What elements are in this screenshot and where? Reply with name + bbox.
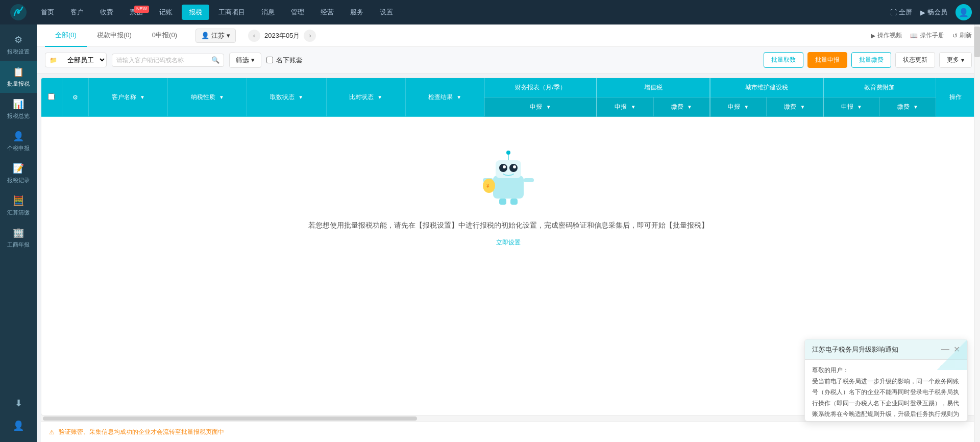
nav-accounting[interactable]: 记账 <box>152 5 180 20</box>
video-icon: ▶ <box>871 32 875 39</box>
select-all-checkbox[interactable] <box>48 93 55 100</box>
th-city-pay[interactable]: 缴费 ▼ <box>767 97 823 117</box>
bottom-message: 验证账密、采集信息均成功的企业才会流转至批量报税页面中 <box>59 428 224 436</box>
th-added-pay[interactable]: 缴费 ▼ <box>653 97 710 117</box>
nav-tax[interactable]: 报税 <box>182 5 209 20</box>
nav-message[interactable]: 消息 <box>254 5 282 20</box>
nav-client[interactable]: 客户 <box>63 5 91 20</box>
nav-business[interactable]: 工商项目 <box>211 5 252 20</box>
th-edu-declare[interactable]: 申报 ▼ <box>823 97 880 117</box>
svg-rect-14 <box>499 199 506 205</box>
refresh-icon: ↺ <box>952 32 958 39</box>
sub-account-checkbox[interactable] <box>266 57 273 63</box>
svg-rect-11 <box>524 178 534 182</box>
search-input[interactable] <box>116 54 208 66</box>
th-client-name[interactable]: 客户名称 ▼ <box>89 78 168 117</box>
tax-record-icon: 📝 <box>12 162 24 175</box>
date-prev-button[interactable]: ‹ <box>248 30 260 42</box>
region-selector[interactable]: 👤 江苏 ▾ <box>195 29 236 43</box>
chevron-down-icon: ▾ <box>227 32 230 39</box>
nav-invoice[interactable]: 票据 NEW <box>122 5 150 20</box>
city-pay-sort: ▼ <box>800 104 805 110</box>
sidebar-download[interactable]: ⬇ <box>0 393 37 413</box>
sidebar-item-geshui[interactable]: 👤 个税申报 <box>0 125 37 157</box>
manual-icon: 📖 <box>910 32 918 39</box>
th-added-declare[interactable]: 申报 ▼ <box>597 97 653 117</box>
scrollbar-thumb <box>43 416 417 421</box>
status-update-button[interactable]: 状态更新 <box>895 52 935 68</box>
annual-report-icon: 🏢 <box>12 227 24 239</box>
date-label: 2023年05月 <box>264 31 300 40</box>
tab-zero-declare[interactable]: 0申报(0) <box>142 24 187 47</box>
nav-operation[interactable]: 经营 <box>313 5 341 20</box>
edu-declare-sort: ▼ <box>857 104 862 110</box>
top-nav-right: ⛶ 全屏 ▶ 畅会员 👤 <box>890 4 972 20</box>
svg-text:¥: ¥ <box>486 183 489 189</box>
warning-icon: ⚠ <box>49 429 55 436</box>
th-check-result[interactable]: 检查结果 ▼ <box>405 78 484 117</box>
operation-video-button[interactable]: ▶ 操作视频 <box>871 31 902 40</box>
batch-declare-button[interactable]: 批量申报 <box>807 52 847 68</box>
tab-all[interactable]: 全部(0) <box>45 24 87 47</box>
employee-dropdown[interactable]: 全部员工 <box>61 53 106 67</box>
fetch-sort-icon: ▼ <box>298 94 303 100</box>
th-tax-nature[interactable]: 纳税性质 ▼ <box>168 78 247 117</box>
th-finance-group: 财务报表（月/季） <box>484 78 597 97</box>
sidebar-item-baoshui-shezhi[interactable]: ⚙ 报税设置 <box>0 29 37 61</box>
invoice-badge: NEW <box>134 6 149 13</box>
user-avatar[interactable]: 👤 <box>955 4 972 20</box>
sidebar-item-baoshui-zongjie[interactable]: 📊 报税总览 <box>0 93 37 125</box>
notification-panel: 江苏电子税务局升级影响通知 — ✕ 尊敬的用户： 受当前电子税务局进一步升级的影… <box>804 339 968 422</box>
filter-button[interactable]: 筛选 ▾ <box>229 53 261 68</box>
nav-service[interactable]: 服务 <box>343 5 371 20</box>
tab-bar: 全部(0) 税款申报(0) 0申报(0) 👤 江苏 ▾ ‹ 2023年05月 ›… <box>37 24 980 47</box>
th-finance-declare[interactable]: 申报 ▼ <box>484 97 597 117</box>
right-scrollbar[interactable] <box>974 24 980 442</box>
more-chevron-icon: ▾ <box>961 57 964 64</box>
th-operation: 操作 <box>936 78 975 117</box>
personal-tax-icon: 👤 <box>12 130 24 142</box>
edu-pay-sort: ▼ <box>913 104 918 110</box>
batch-fetch-button[interactable]: 批量取数 <box>764 52 803 68</box>
empty-state: ¥ 若您想使用批量报税功能，请先在【报税设置】中进行报税的初始化设置，完成密码验… <box>41 117 975 278</box>
more-button[interactable]: 更多 ▾ <box>939 52 972 68</box>
sidebar-item-gongshang[interactable]: 🏢 工商年报 <box>0 222 37 254</box>
settlement-icon: 🧮 <box>12 194 24 207</box>
refresh-button[interactable]: ↺ 刷新 <box>952 31 972 40</box>
sidebar-item-baoshui-jilu[interactable]: 📝 报税记录 <box>0 157 37 189</box>
nav-fee[interactable]: 收费 <box>93 5 120 20</box>
svg-rect-2 <box>493 176 524 199</box>
th-edu-add-group: 教育费附加 <box>823 78 936 97</box>
th-fetch-status[interactable]: 取数状态 ▼ <box>247 78 326 117</box>
setup-link[interactable]: 立即设置 <box>496 238 521 247</box>
toolbar: 📁 全部员工 🔍 筛选 ▾ 名下账套 批量取数 批量申报 批量缴费 状态更新 更… <box>37 47 980 73</box>
fullscreen-button[interactable]: ⛶ 全屏 <box>890 8 912 17</box>
employee-select[interactable]: 📁 全部员工 <box>45 53 107 67</box>
sidebar-item-piliang-baoshui[interactable]: 📋 批量报税 <box>0 61 37 93</box>
sidebar-profile[interactable]: 👤 <box>0 415 37 436</box>
nav-manage[interactable]: 管理 <box>284 5 311 20</box>
member-button[interactable]: ▶ 畅会员 <box>920 8 947 17</box>
sidebar-item-huisuan[interactable]: 🧮 汇算清缴 <box>0 189 37 222</box>
batch-pay-button[interactable]: 批量缴费 <box>851 52 891 68</box>
download-icon: ⬇ <box>12 397 24 409</box>
right-scrollbar-thumb <box>974 27 980 57</box>
date-next-button[interactable]: › <box>304 30 316 42</box>
compare-sort-icon: ▼ <box>377 94 382 100</box>
operation-manual-button[interactable]: 📖 操作手册 <box>910 31 944 40</box>
nav-settings[interactable]: 设置 <box>373 5 400 20</box>
th-compare-status[interactable]: 比对状态 ▼ <box>326 78 405 117</box>
th-checkbox[interactable] <box>41 78 62 117</box>
nav-items: 首页 客户 收费 票据 NEW 记账 报税 工商项目 消息 管理 经营 服务 设… <box>34 5 890 20</box>
tab-tax-declare[interactable]: 税款申报(0) <box>87 24 142 47</box>
toolbar-right: 批量取数 批量申报 批量缴费 状态更新 更多 ▾ <box>764 52 972 68</box>
sub-account-checkbox-label[interactable]: 名下账套 <box>266 56 303 65</box>
search-box: 🔍 <box>112 54 224 67</box>
search-icon[interactable]: 🔍 <box>211 56 219 64</box>
th-edu-pay[interactable]: 缴费 ▼ <box>879 97 936 117</box>
added-declare-sort: ▼ <box>631 104 636 110</box>
tab-bar-right: ▶ 操作视频 📖 操作手册 ↺ 刷新 <box>871 31 972 40</box>
nav-home[interactable]: 首页 <box>34 5 61 20</box>
th-gear: ⚙ <box>62 78 89 117</box>
th-city-declare[interactable]: 申报 ▼ <box>710 97 767 117</box>
